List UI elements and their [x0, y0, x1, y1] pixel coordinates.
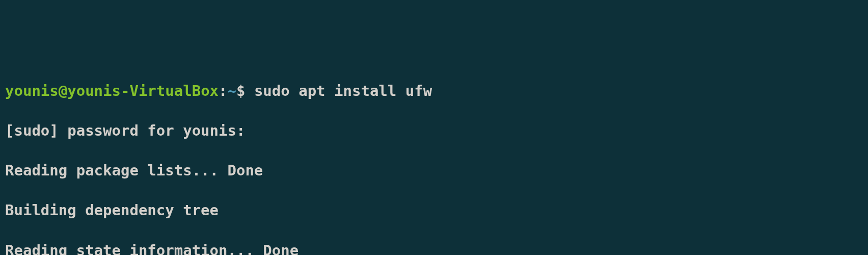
prompt-path: ~ — [228, 82, 236, 99]
output-line: Building dependency tree — [5, 200, 863, 220]
command-text: sudo apt install ufw — [254, 82, 432, 99]
output-line: Reading package lists... Done — [5, 161, 863, 181]
prompt-dollar: $ — [236, 82, 254, 99]
prompt-at: @ — [59, 82, 67, 99]
prompt-user: younis — [5, 82, 59, 99]
prompt-host: younis-VirtualBox — [67, 82, 219, 99]
prompt-colon: : — [219, 82, 227, 99]
output-line: [sudo] password for younis: — [5, 121, 863, 141]
prompt-line-1[interactable]: younis@younis-VirtualBox:~$ sudo apt ins… — [5, 81, 863, 101]
output-line: Reading state information... Done — [5, 241, 863, 255]
